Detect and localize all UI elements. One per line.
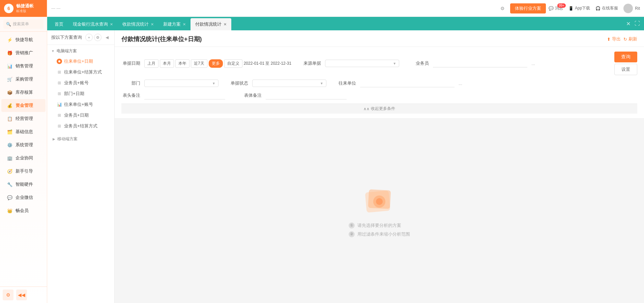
scheme-settings-btn[interactable]: ⚙ <box>94 34 101 41</box>
sidebar-item-basic[interactable]: 🗂️ 基础信息 <box>1 125 46 138</box>
inventory-icon: 📦 <box>7 89 13 95</box>
status-select[interactable]: ▼ <box>252 80 326 87</box>
sidebar-item-quicknav[interactable]: ⚡ 快捷导航 <box>1 33 46 46</box>
scheme-item-unit-settle[interactable]: ⊞ 往来单位+结算方式 <box>47 67 114 78</box>
sidebar-item-system[interactable]: ⚙️ 系统管理 <box>1 139 46 151</box>
table-icon-1: ⊞ <box>57 69 62 75</box>
date-btn-7days[interactable]: 近7天 <box>191 59 207 68</box>
sidebar-item-marketing[interactable]: 🎁 营销推广 <box>1 47 46 59</box>
table-icon-5: ⊞ <box>57 123 62 129</box>
date-range-display[interactable]: 2022-01-01 至 2022-12-31 <box>244 61 291 66</box>
search-input-area[interactable]: 🔍 搜索菜单 <box>3 20 43 29</box>
chevron-right-icon: ▶ <box>53 137 55 141</box>
date-btn-this-month[interactable]: 本月 <box>160 59 174 68</box>
tab-receipt-close[interactable]: ✕ <box>151 22 154 27</box>
user-area[interactable]: Rit <box>623 4 640 13</box>
breadcrumb: — — <box>51 6 495 11</box>
collapse-bar[interactable]: ∧∧ 收起更多条件 <box>121 103 637 114</box>
app-download-btn[interactable]: 📱 App下载 <box>568 5 590 11</box>
quicknav-icon: ⚡ <box>7 37 13 43</box>
page-title: 付款情况统计(往来单位+日期) <box>121 35 202 43</box>
export-btn[interactable]: ⬆ 导出 <box>607 36 621 42</box>
guide-icon: 🧭 <box>7 168 13 174</box>
dept-select[interactable]: ▼ <box>144 80 218 87</box>
settings-bottom-btn[interactable]: ⚙ <box>3 290 13 300</box>
scheme-collapse-btn[interactable]: ◀ <box>104 34 110 41</box>
tab-expand-btn[interactable]: ⛶ <box>633 21 641 27</box>
sidebar-item-member[interactable]: 👑 畅会员 <box>1 204 46 217</box>
notice-btn[interactable]: 💬 消息 99+ <box>549 5 563 11</box>
date-btn-this-year[interactable]: 本年 <box>175 59 189 68</box>
topbar-settings-btn[interactable]: ⚙ <box>498 4 507 13</box>
scheme-item-unit-date[interactable]: 往来单位+日期 <box>47 56 114 67</box>
sidebar-item-weixin[interactable]: 💬 企业微信 <box>1 191 46 204</box>
scheme-group-desktop-title[interactable]: ▼ 电脑端方案 <box>47 46 114 56</box>
phone-icon: 📱 <box>568 6 574 11</box>
tab-payment-close[interactable]: ✕ <box>224 22 227 27</box>
date-btn-last-month[interactable]: 上月 <box>144 59 158 68</box>
empty-illustration <box>359 185 400 218</box>
sidebar-item-hardware[interactable]: 🔧 智能硬件 <box>1 178 46 191</box>
sidebar-item-sales[interactable]: 📊 销售管理 <box>1 60 46 72</box>
sidebar-item-capital[interactable]: 💰 资金管理 <box>1 99 46 112</box>
tab-cashflow[interactable]: 现金银行流水查询 ✕ <box>68 18 118 30</box>
tab-home[interactable]: 首页 <box>50 18 68 30</box>
tab-payment[interactable]: 付款情况统计 ✕ <box>191 18 231 30</box>
service-btn[interactable]: 🎧 在线客服 <box>595 5 618 11</box>
body-note-input[interactable] <box>266 91 347 99</box>
hardware-icon: 🔧 <box>7 181 13 187</box>
tab-receipt[interactable]: 收款情况统计 ✕ <box>118 18 158 30</box>
scheme-item-unit-account[interactable]: 📊 往来单位+账号 <box>47 99 114 110</box>
sidebar-search[interactable]: 🔍 搜索菜单 <box>0 17 47 32</box>
filter-settings-btn[interactable]: 设置 <box>614 64 637 75</box>
chevron-down-dept: ▼ <box>212 82 215 85</box>
tab-newscheme[interactable]: 新建方案 ✕ <box>158 18 191 30</box>
refresh-btn[interactable]: ↻ 刷新 <box>623 36 637 42</box>
partner-input[interactable] <box>360 79 455 87</box>
date-btn-custom[interactable]: 自定义 <box>224 59 242 68</box>
main-area: — — ⚙ 体验行业方案 💬 消息 99+ 📱 App下载 🎧 在线客服 Rit <box>47 0 644 303</box>
date-btn-more[interactable]: 更多 <box>209 59 223 68</box>
table-icon-4: ⊞ <box>57 113 62 118</box>
breadcrumb-blur: — — <box>51 6 60 11</box>
scheme-item-staff-settle[interactable]: ⊞ 业务员+结算方式 <box>47 121 114 131</box>
sidebar-item-inventory[interactable]: 📦 库存核算 <box>1 86 46 99</box>
corp-icon: 🏢 <box>7 155 13 161</box>
filter-area: 单据日期 上月 本月 本年 近7天 更多 自定义 2022-01-01 至 20… <box>115 47 644 119</box>
scheme-add-btn[interactable]: + <box>85 34 93 41</box>
header-note-input[interactable] <box>144 91 225 99</box>
scheme-header: 按以下方案查询 + ⚙ ◀ <box>47 30 114 45</box>
tab-close-all-btn[interactable]: ✕ <box>625 21 632 27</box>
partner-dots[interactable]: ... <box>459 81 462 86</box>
sidebar-item-guide[interactable]: 🧭 新手引导 <box>1 165 46 178</box>
staff-input[interactable] <box>433 59 527 67</box>
filter-row-3: 表头备注 表体备注 <box>121 91 637 99</box>
date-label: 单据日期 <box>121 60 140 66</box>
collapse-sidebar-btn[interactable]: ◀◀ <box>16 290 27 300</box>
operation-icon: 📋 <box>7 116 13 122</box>
topbar: — — ⚙ 体验行业方案 💬 消息 99+ 📱 App下载 🎧 在线客服 Rit <box>47 0 644 17</box>
scheme-header-icons: + ⚙ <box>85 34 101 41</box>
scheme-active-icon <box>57 59 62 64</box>
svg-point-3 <box>376 198 383 205</box>
tabs-controls: ✕ ⛶ <box>625 17 641 30</box>
filter-row-1: 单据日期 上月 本月 本年 近7天 更多 自定义 2022-01-01 至 20… <box>121 52 637 75</box>
chevron-down-icon: ▼ <box>51 49 55 53</box>
tab-newscheme-close[interactable]: ✕ <box>183 22 186 27</box>
sidebar-item-corp[interactable]: 🏢 企业协同 <box>1 152 46 164</box>
sidebar-item-operation[interactable]: 📋 经营管理 <box>1 112 46 125</box>
tab-cashflow-close[interactable]: ✕ <box>110 22 113 27</box>
source-label: 来源单据 <box>302 60 321 66</box>
staff-dots[interactable]: ... <box>531 61 535 66</box>
query-btn[interactable]: 查询 <box>614 52 637 62</box>
trial-btn[interactable]: 体验行业方案 <box>510 3 546 13</box>
main-content: 付款情况统计(往来单位+日期) ⬆ 导出 ↻ 刷新 单据日期 <box>115 30 644 303</box>
scheme-item-staff-date[interactable]: ⊞ 业务员+日期 <box>47 110 114 121</box>
marketing-icon: 🎁 <box>7 50 13 56</box>
scheme-item-dept-date[interactable]: ⊞ 部门+日期 <box>47 88 114 99</box>
sidebar-item-purchase[interactable]: 🛒 采购管理 <box>1 73 46 86</box>
chart-icon: 📊 <box>57 102 62 107</box>
scheme-group-mobile-title[interactable]: ▶ 移动端方案 <box>47 134 114 144</box>
source-select[interactable]: ▼ <box>325 60 399 67</box>
scheme-item-staff-account[interactable]: ⊞ 业务员+账号 <box>47 78 114 88</box>
